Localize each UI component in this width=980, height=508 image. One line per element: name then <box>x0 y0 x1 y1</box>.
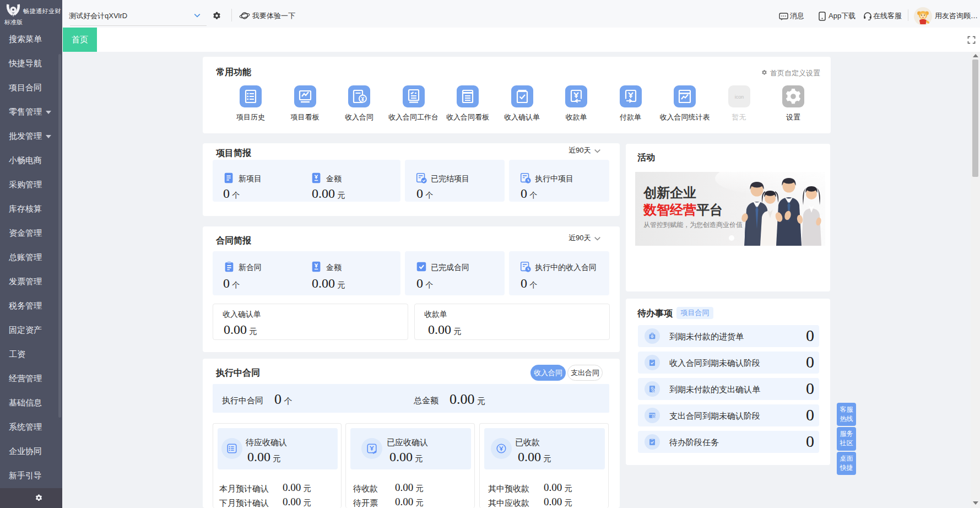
svg-text:icon: icon <box>734 94 744 100</box>
